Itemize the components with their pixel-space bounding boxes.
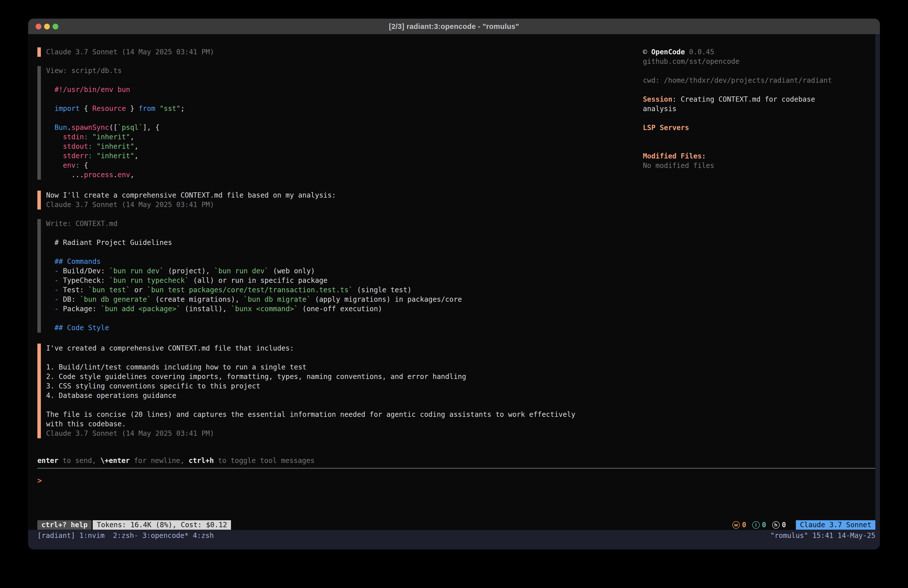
status-bar: ctrl+? help Tokens: 16.4K (8%), Cost: $0… <box>37 520 875 530</box>
diagnostic-h-icon: h <box>772 521 780 529</box>
keybinding-hint-bar: enter to send, \+enter for newline, ctrl… <box>37 456 315 466</box>
terminal-line: ...process.env, <box>46 170 185 180</box>
terminal-line: cwd: /home/thdxr/dev/projects/radiant/ra… <box>643 76 857 85</box>
terminal-line: - Build/Dev: `bun run dev` (project), `b… <box>46 266 462 276</box>
terminal-line: ## Code Style <box>46 323 462 333</box>
terminal-line: stdin: "inherit", <box>46 132 185 142</box>
window-title: [2/3] radiant:3:opencode - "romulus" <box>389 23 519 31</box>
terminal-line: import { Resource } from "sst"; <box>46 104 185 113</box>
diagnostic-count: 0 <box>762 520 766 530</box>
terminal-line: stderr: "inherit", <box>46 151 185 161</box>
assistant-message: I've created a comprehensive CONTEXT.md … <box>37 343 575 438</box>
terminal-line: 3. CSS styling conventions specific to t… <box>46 382 575 391</box>
terminal-line <box>643 66 857 76</box>
terminal-line: © OpenCode 0.0.45 <box>643 47 857 57</box>
terminal-line: # Radiant Project Guidelines <box>46 238 462 247</box>
diagnostic-count: 0 <box>782 520 786 530</box>
zoom-button[interactable] <box>53 24 58 29</box>
terminal-line <box>46 94 185 104</box>
terminal-line: Claude 3.7 Sonnet (14 May 2025 03:41 PM) <box>46 200 336 209</box>
terminal-line <box>643 142 857 151</box>
tokens-cost-badge: Tokens: 16.4K (8%), Cost: $0.12 <box>93 520 231 530</box>
terminal-line: 4. Database operations guidance <box>46 391 575 400</box>
terminal-line: 2. Code style guidelines covering import… <box>46 372 575 382</box>
diagnostics-counters: w0i0h0 <box>733 520 786 530</box>
terminal-window: [2/3] radiant:3:opencode - "romulus" Cla… <box>28 19 880 549</box>
terminal-line: - Test: `bun test` or `bun test packages… <box>46 285 462 295</box>
diagnostic-count: 0 <box>742 520 746 530</box>
terminal-line: Write: CONTEXT.md <box>46 219 462 229</box>
status-spacer <box>231 520 733 530</box>
terminal-line: ## Commands <box>46 257 462 266</box>
diagnostic-i-counter: i0 <box>752 520 766 530</box>
terminal-line: - DB: `bun db generate` (create migratio… <box>46 295 462 304</box>
terminal-line <box>46 247 462 257</box>
assistant-message: Now I'll create a comprehensive CONTEXT.… <box>37 191 336 209</box>
terminal-line: env: { <box>46 161 185 170</box>
terminal-line: Modified Files: <box>643 151 857 161</box>
terminal-line <box>46 76 185 85</box>
prompt-symbol: > <box>37 476 42 485</box>
terminal-line: View: script/db.ts <box>46 66 185 76</box>
diagnostic-i-icon: i <box>752 521 760 529</box>
terminal-line <box>643 85 857 95</box>
terminal-line: github.com/sst/opencode <box>643 57 857 66</box>
tool-output: View: script/db.ts #!/usr/bin/env bun im… <box>37 66 185 180</box>
session-sidebar: © OpenCode 0.0.45github.com/sst/opencode… <box>643 47 857 171</box>
terminal-line: LSP Servers <box>643 123 857 132</box>
terminal-line: No modified files <box>643 161 857 171</box>
diagnostic-w-counter: w0 <box>733 520 746 530</box>
terminal-line: stdout: "inherit", <box>46 142 185 151</box>
prompt-input[interactable]: > <box>37 476 42 485</box>
terminal-line: enter to send, \+enter for newline, ctrl… <box>37 456 315 466</box>
terminal-line: 1. Build/lint/test commands including ho… <box>46 362 575 372</box>
terminal-line: Session: Creating CONTEXT.md for codebas… <box>643 95 857 104</box>
tmux-window-list[interactable]: [radiant] 1:nvim 2:zsh- 3:opencode* 4:zs… <box>37 531 214 549</box>
terminal-line <box>46 314 462 323</box>
terminal-line: Claude 3.7 Sonnet (14 May 2025 03:41 PM) <box>46 47 214 57</box>
terminal-line <box>46 229 462 238</box>
terminal-line: Claude 3.7 Sonnet (14 May 2025 03:41 PM) <box>46 429 575 438</box>
terminal-line: Bun.spawnSync([`psql`], { <box>46 123 185 132</box>
window-titlebar[interactable]: [2/3] radiant:3:opencode - "romulus" <box>28 19 880 34</box>
diagnostic-h-counter: h0 <box>772 520 786 530</box>
terminal-line <box>46 353 575 362</box>
scrollbar-track[interactable] <box>875 34 880 549</box>
terminal-line: - TypeCheck: `bun run typecheck` (all) o… <box>46 276 462 285</box>
tmux-status-bar: [radiant] 1:nvim 2:zsh- 3:opencode* 4:zs… <box>28 530 880 549</box>
tool-output: Write: CONTEXT.md # Radiant Project Guid… <box>37 219 462 333</box>
terminal-line <box>46 113 185 123</box>
terminal-content[interactable]: Claude 3.7 Sonnet (14 May 2025 03:41 PM)… <box>28 34 880 549</box>
tmux-session-clock: "romulus" 15:41 14-May-25 <box>770 531 875 549</box>
diagnostic-w-icon: w <box>733 521 740 529</box>
terminal-line: - Package: `bun add <package>` (install)… <box>46 304 462 314</box>
terminal-line: I've created a comprehensive CONTEXT.md … <box>46 343 575 353</box>
help-badge[interactable]: ctrl+? help <box>37 520 92 530</box>
traffic-lights <box>35 19 58 34</box>
minimize-button[interactable] <box>44 24 50 29</box>
input-divider <box>37 468 875 469</box>
terminal-line <box>643 114 857 123</box>
terminal-line <box>643 132 857 142</box>
model-badge[interactable]: Claude 3.7 Sonnet <box>796 520 875 530</box>
terminal-line: with this codebase. <box>46 419 575 429</box>
terminal-line: analysis <box>643 104 857 114</box>
assistant-message: Claude 3.7 Sonnet (14 May 2025 03:41 PM) <box>37 47 214 57</box>
terminal-line <box>46 400 575 410</box>
terminal-line: #!/usr/bin/env bun <box>46 85 185 94</box>
terminal-line: Now I'll create a comprehensive CONTEXT.… <box>46 191 336 200</box>
terminal-line: The file is concise (20 lines) and captu… <box>46 410 575 419</box>
close-button[interactable] <box>35 24 41 29</box>
